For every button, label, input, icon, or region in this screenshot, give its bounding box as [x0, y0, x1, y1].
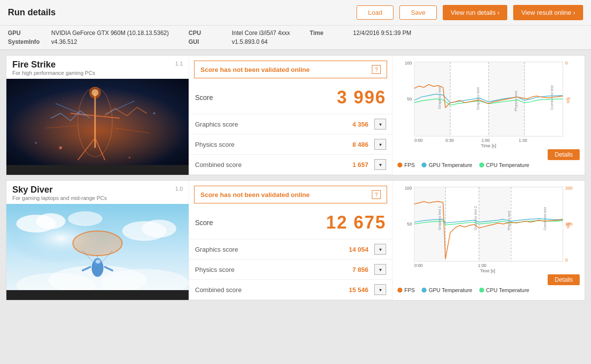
- sysinfo-row: SystemInfo v4.36.512: [8, 38, 169, 45]
- sysinfo-value: v4.36.512: [51, 38, 77, 45]
- svg-text:50: 50: [407, 97, 412, 101]
- svg-text:1:30: 1:30: [519, 138, 527, 143]
- fire-strike-card: Fire Strike For high performance gaming …: [6, 55, 585, 175]
- sky-diver-version: 1.0: [175, 186, 183, 192]
- sd-fps-label: FPS: [404, 287, 415, 293]
- sky-diver-legend: FPS GPU Temperature CPU Temperature: [397, 287, 580, 293]
- cpu-row: CPU Intel Core i3/i5/i7 4xxx: [189, 30, 290, 36]
- fire-strike-chart: 100 50 fps 0 0:00 0:30 1:00 1:30 Time [s…: [397, 60, 580, 148]
- svg-text:fps: fps: [566, 98, 571, 103]
- system-info-bar: GPU NVIDIA GeForce GTX 960M (10.18.13.53…: [0, 26, 591, 50]
- sky-diver-combined-dropdown[interactable]: ▾: [374, 284, 386, 295]
- sky-diver-combined-value: 15 546: [349, 286, 368, 294]
- fire-strike-left: Fire Strike For high performance gaming …: [6, 56, 189, 175]
- svg-text:1:00: 1:00: [481, 138, 490, 143]
- svg-point-54: [96, 260, 100, 264]
- fire-strike-physics-dropdown[interactable]: ▾: [374, 139, 386, 150]
- svg-point-14: [129, 157, 131, 159]
- fire-strike-combined-dropdown[interactable]: ▾: [374, 159, 386, 170]
- view-result-online-button[interactable]: View result online ›: [513, 5, 583, 20]
- fps-legend-dot: [397, 163, 402, 167]
- sd-gpu-temp-legend: GPU Temperature: [422, 287, 472, 293]
- fire-strike-combined-label: Combined score: [195, 161, 352, 168]
- fire-strike-main-score: Score 3 996: [189, 83, 392, 114]
- cpu-value: Intel Core i3/i5/i7 4xxx: [232, 30, 290, 36]
- sky-diver-combined-row: Combined score 15 546 ▾: [189, 280, 392, 300]
- main-content: Fire Strike For high performance gaming …: [0, 50, 591, 305]
- sysinfo-label: SystemInfo: [8, 38, 47, 45]
- fire-strike-chart-area: 100 50 fps 0 0:00 0:30 1:00 1:30 Time [s…: [393, 56, 585, 175]
- cpu-temp-legend: CPU Temperature: [479, 162, 529, 168]
- gpu-label: GPU: [8, 30, 47, 36]
- fire-strike-graphics-row: Graphics score 4 356 ▾: [189, 114, 392, 134]
- sky-diver-physics-value: 7 856: [352, 266, 368, 273]
- sky-diver-main-score: Score 12 675: [189, 208, 392, 239]
- fire-strike-image: [6, 79, 189, 165]
- sky-diver-details-button[interactable]: Details: [548, 274, 580, 285]
- sky-diver-graphics-dropdown[interactable]: ▾: [374, 244, 386, 255]
- svg-text:0: 0: [565, 61, 568, 66]
- sky-diver-title: Sky Diver: [12, 185, 107, 195]
- fire-strike-validation-header: Score has not been validated online ?: [194, 61, 387, 78]
- svg-text:0: 0: [565, 258, 568, 263]
- gpu-row: GPU NVIDIA GeForce GTX 960M (10.18.13.53…: [8, 30, 169, 36]
- svg-point-48: [73, 231, 122, 256]
- time-value: 12/4/2016 9:51:39 PM: [353, 30, 411, 36]
- sd-cpu-temp-label: CPU Temperature: [486, 287, 529, 293]
- fire-strike-header: Fire Strike For high performance gaming …: [6, 56, 189, 79]
- sd-gpu-temp-dot: [422, 288, 427, 293]
- sky-diver-physics-dropdown[interactable]: ▾: [374, 264, 386, 275]
- fire-strike-physics-label: Physics score: [195, 141, 352, 148]
- gui-label: GUI: [189, 38, 228, 45]
- fire-strike-physics-row: Physics score 8 486 ▾: [189, 134, 392, 155]
- sky-diver-physics-row: Physics score 7 856 ▾: [189, 260, 392, 280]
- svg-text:0:30: 0:30: [445, 138, 454, 143]
- gpu-temp-dot: [422, 163, 427, 167]
- fire-strike-graphics-dropdown[interactable]: ▾: [374, 119, 386, 130]
- fire-strike-graphics-label: Graphics score: [195, 121, 352, 128]
- sky-diver-scores: Score has not been validated online ? Sc…: [189, 181, 393, 300]
- sky-diver-image: [6, 204, 189, 290]
- view-run-details-button[interactable]: View run details ›: [443, 5, 507, 20]
- svg-text:0:00: 0:00: [414, 138, 423, 143]
- fire-strike-score-label: Score: [195, 94, 337, 101]
- fps-legend-label: FPS: [404, 162, 415, 168]
- save-button[interactable]: Save: [399, 5, 437, 20]
- sky-diver-validation-text: Score has not been validated online: [200, 191, 310, 199]
- sky-diver-graphics-row: Graphics score 14 054 ▾: [189, 239, 392, 260]
- svg-text:100: 100: [405, 61, 412, 66]
- cpu-temp-dot: [479, 163, 484, 167]
- fps-legend: FPS: [397, 162, 415, 168]
- top-bar: Run details Load Save View run details ›…: [0, 0, 591, 26]
- svg-text:200: 200: [565, 186, 573, 191]
- cpu-col: CPU Intel Core i3/i5/i7 4xxx GUI v1.5.89…: [189, 30, 290, 45]
- fire-strike-scores: Score has not been validated online ? Sc…: [189, 56, 393, 175]
- fire-strike-score-value: 3 996: [337, 87, 386, 108]
- fire-strike-question-btn[interactable]: ?: [372, 65, 381, 74]
- sky-diver-combined-label: Combined score: [195, 286, 349, 294]
- load-button[interactable]: Load: [357, 5, 394, 20]
- gpu-temp-legend: GPU Temperature: [422, 162, 472, 168]
- sky-diver-card: Sky Diver For gaming laptops and mid-ran…: [6, 180, 585, 300]
- svg-text:Time [s]: Time [s]: [481, 143, 496, 148]
- fire-strike-validation-text: Score has not been validated online: [200, 66, 310, 73]
- fire-strike-details-button[interactable]: Details: [548, 149, 580, 160]
- sky-diver-score-value: 12 675: [326, 212, 386, 233]
- sd-fps-dot: [397, 288, 402, 293]
- svg-text:1:00: 1:00: [478, 263, 487, 268]
- svg-text:100: 100: [405, 186, 412, 191]
- svg-point-13: [59, 146, 62, 149]
- svg-point-8: [92, 89, 98, 96]
- sky-diver-question-btn[interactable]: ?: [372, 190, 381, 199]
- svg-text:Graphics test: Graphics test: [437, 86, 442, 109]
- cpu-temp-label: CPU Temperature: [486, 162, 529, 168]
- sky-diver-validation-header: Score has not been validated online ?: [194, 186, 387, 203]
- gpu-temp-label: GPU Temperature: [428, 162, 472, 168]
- svg-point-15: [153, 112, 155, 114]
- time-label: Time: [310, 30, 349, 36]
- time-row: Time 12/4/2016 9:51:39 PM: [310, 30, 411, 36]
- fire-strike-version: 1.1: [175, 61, 183, 66]
- svg-point-43: [68, 211, 102, 226]
- cpu-label: CPU: [189, 30, 228, 36]
- fire-strike-subtitle: For high performance gaming PCs: [12, 70, 95, 76]
